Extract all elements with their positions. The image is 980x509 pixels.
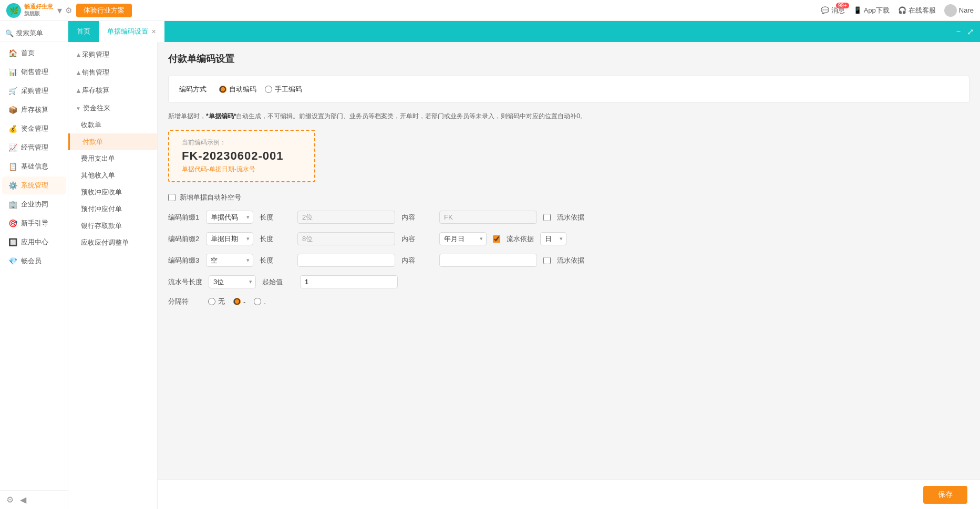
- auto-fill-row: 新增单据自动补空号: [168, 193, 969, 202]
- finance-icon: 💰: [8, 124, 17, 133]
- purchase-icon: 🛒: [8, 87, 17, 95]
- auto-encoding-input[interactable]: [219, 86, 226, 93]
- sidebar-item-label: 系统管理: [21, 181, 48, 190]
- day-select[interactable]: 日 月 年: [540, 232, 566, 245]
- group-sales-title[interactable]: ▶ 销售管理: [68, 64, 157, 81]
- separator-none-radio[interactable]: 无: [208, 297, 225, 306]
- search-icon: 🔍: [5, 29, 14, 37]
- chevron-icon: ▶: [75, 70, 81, 75]
- item-bank-deposit[interactable]: 银行存取款单: [68, 217, 157, 234]
- sidebar-item-label: 畅会员: [21, 256, 42, 266]
- member-icon: 💎: [8, 257, 17, 265]
- prefix1-select-wrapper: 单据代码 部门 业务员 空: [206, 211, 253, 224]
- sidebar-item-enterprise[interactable]: 🏢 企业协同: [2, 195, 66, 213]
- sidebar-item-apps[interactable]: 🔲 应用中心: [2, 233, 66, 251]
- sidebar-item-home[interactable]: 🏠 首页: [2, 44, 66, 62]
- group-purchase-title[interactable]: ▶ 采购管理: [68, 46, 157, 63]
- sidebar-item-member[interactable]: 💎 畅会员: [2, 252, 66, 270]
- tab-close-icon[interactable]: ✕: [151, 28, 156, 35]
- form-row-prefix3: 编码前缀3 空 单据代码 部门 业务员 长度 内容: [168, 254, 969, 267]
- content2-label: 内容: [401, 234, 433, 244]
- sidebar-search[interactable]: 🔍 搜索菜单: [0, 25, 68, 41]
- serial3-checkbox[interactable]: [543, 257, 551, 264]
- separator-dash-input[interactable]: [233, 298, 241, 305]
- sidebar-item-label: 采购管理: [21, 86, 48, 96]
- separator-none-input[interactable]: [208, 298, 215, 305]
- username: Nare: [959, 6, 974, 14]
- company-sub: 旗舰版: [24, 10, 53, 17]
- separator-dash-radio[interactable]: -: [233, 298, 245, 306]
- industry-btn[interactable]: 体验行业方案: [76, 4, 132, 17]
- start-value-input[interactable]: [300, 275, 398, 288]
- item-adjustment[interactable]: 应收应付调整单: [68, 234, 157, 251]
- sidebar-item-guide[interactable]: 🎯 新手引导: [2, 214, 66, 232]
- company-name: 畅通好生意: [24, 3, 53, 10]
- content3-input[interactable]: [439, 254, 537, 267]
- manual-encoding-radio[interactable]: 手工编码: [265, 85, 302, 94]
- auto-fill-checkbox[interactable]: [168, 194, 176, 201]
- app-download-btn[interactable]: 📱 App下载: [853, 6, 890, 15]
- group-capital: ▼ 资金往来 收款单 付款单 费用支出单 其他收入单 预收冲应收单 预付冲应付单…: [68, 100, 157, 251]
- serial2-checkbox[interactable]: [493, 235, 500, 243]
- content1-input: [439, 211, 537, 224]
- sidebar-item-label: 企业协同: [21, 200, 48, 209]
- tab-home[interactable]: 首页: [68, 21, 99, 42]
- day-select-wrapper: 日 月 年: [540, 232, 566, 245]
- sidebar-item-sales[interactable]: 📊 销售管理: [2, 63, 66, 81]
- prefix3-label: 编码前缀3: [168, 256, 200, 265]
- message-btn[interactable]: 💬 消息 99+: [821, 6, 845, 15]
- item-expense[interactable]: 费用支出单: [68, 150, 157, 167]
- sidebar-item-basic[interactable]: 📋 基础信息: [2, 158, 66, 175]
- settings-icon[interactable]: ⚙: [65, 6, 72, 15]
- tab-encoding[interactable]: 单据编码设置 ✕: [99, 21, 164, 42]
- item-prepay-pay[interactable]: 预付冲应付单: [68, 201, 157, 217]
- item-payment[interactable]: 付款单: [68, 133, 157, 150]
- settings-bottom-icon[interactable]: ⚙: [6, 495, 14, 505]
- length3-input[interactable]: [297, 254, 395, 267]
- avatar: [944, 4, 957, 17]
- service-btn[interactable]: 🎧 在线客服: [898, 6, 936, 15]
- app-label: App下载: [864, 6, 890, 15]
- auto-encoding-radio[interactable]: 自动编码: [219, 85, 256, 94]
- sidebar-item-system[interactable]: ⚙️ 系统管理: [2, 176, 66, 194]
- prefix3-select-wrapper: 空 单据代码 部门 业务员: [206, 254, 253, 267]
- save-button[interactable]: 保存: [923, 486, 967, 504]
- preview-code: FK-20230602-001: [182, 149, 302, 163]
- prefix2-label: 编码前缀2: [168, 234, 200, 244]
- form-row-prefix1: 编码前缀1 单据代码 部门 业务员 空 长度 内容: [168, 211, 969, 224]
- prefix1-select[interactable]: 单据代码 部门 业务员 空: [206, 211, 253, 224]
- home-icon: 🏠: [8, 49, 17, 57]
- separator-dash-label: -: [243, 298, 245, 306]
- nav-dropdown[interactable]: ▾: [57, 5, 62, 16]
- page-title: 付款单编码设置: [168, 53, 969, 65]
- sidebar-item-label: 基础信息: [21, 162, 48, 171]
- tab-maximize-btn[interactable]: ⤢: [967, 27, 974, 37]
- separator-dot-radio[interactable]: .: [254, 298, 266, 306]
- sidebar-item-operation[interactable]: 📈 经营管理: [2, 139, 66, 157]
- item-other-income[interactable]: 其他收入单: [68, 167, 157, 184]
- separator-dot-input[interactable]: [254, 298, 261, 305]
- manual-encoding-label: 手工编码: [275, 85, 302, 94]
- sidebar-item-label: 新手引导: [21, 219, 48, 228]
- sidebar-item-purchase[interactable]: 🛒 采购管理: [2, 82, 66, 100]
- length2-label: 长度: [260, 234, 291, 244]
- sidebar-item-inventory[interactable]: 📦 库存核算: [2, 101, 66, 119]
- content1-label: 内容: [401, 213, 433, 222]
- item-receipt[interactable]: 收款单: [68, 117, 157, 133]
- prefix2-select[interactable]: 单据日期 单据代码 部门 空: [206, 232, 253, 245]
- content2-select[interactable]: 年月日 年月 年: [439, 232, 487, 245]
- manual-encoding-input[interactable]: [265, 86, 272, 93]
- serial1-checkbox[interactable]: [543, 214, 551, 221]
- serial-length-select[interactable]: 3位 4位 5位 6位: [209, 275, 256, 288]
- serial1-label: 流水依据: [557, 213, 584, 222]
- group-capital-title[interactable]: ▼ 资金往来: [68, 100, 157, 117]
- sidebar-item-finance[interactable]: 💰 资金管理: [2, 120, 66, 138]
- preview-box: 当前编码示例： FK-20230602-001 单据代码-单据日期-流水号: [168, 130, 315, 182]
- user-info[interactable]: Nare: [944, 4, 974, 17]
- collapse-icon[interactable]: ◀: [20, 495, 26, 505]
- tab-minimize-btn[interactable]: －: [954, 26, 963, 37]
- group-inventory-title[interactable]: ▶ 库存核算: [68, 82, 157, 99]
- prefix3-select[interactable]: 空 单据代码 部门 业务员: [206, 254, 253, 267]
- serial-length-row: 流水号长度 3位 4位 5位 6位 起始值: [168, 275, 969, 288]
- item-prepay-collect[interactable]: 预收冲应收单: [68, 184, 157, 201]
